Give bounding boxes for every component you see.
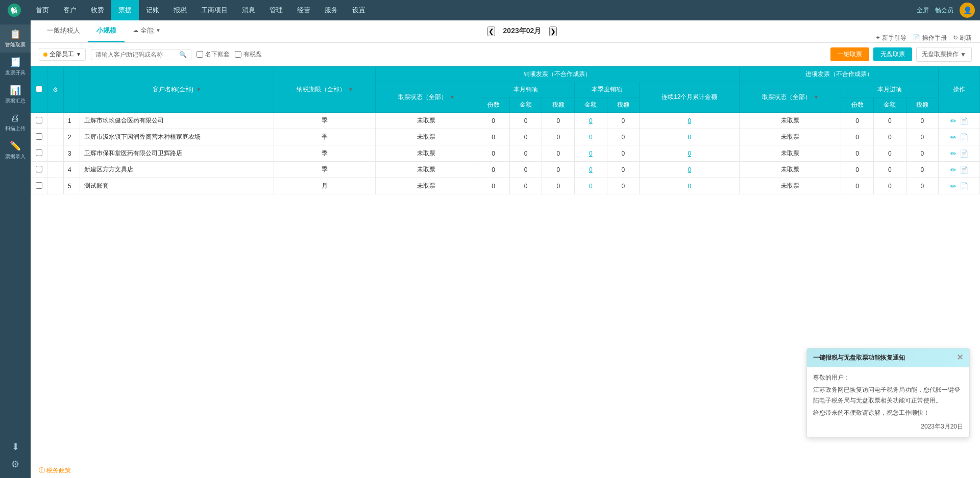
row-sales-status: 未取票 xyxy=(376,113,477,129)
edit-icon-2[interactable]: ✏ xyxy=(950,149,957,158)
row-actions-cell: ✏ 📄 xyxy=(939,113,980,129)
sidebar-item-invoice-entry[interactable]: ✏️ 票据录入 xyxy=(0,136,31,164)
tabs-right-actions: ✦ 新手引导 📄 操作手册 ↻ 刷新 xyxy=(875,34,972,42)
edit-icon-3[interactable]: ✏ xyxy=(950,166,957,174)
nav-bookkeeping[interactable]: 记账 xyxy=(139,0,166,20)
row-settings-cell xyxy=(47,145,64,162)
row-sales-status: 未取票 xyxy=(376,178,477,194)
nav-business[interactable]: 工商项目 xyxy=(194,0,235,20)
one-click-ticket-btn[interactable]: 一键取票 xyxy=(830,47,869,61)
svg-text:畅: 畅 xyxy=(11,7,17,14)
top-nav-right: 全屏 畅会员 👤 xyxy=(917,3,975,18)
name-account-checkbox-label[interactable]: 名下账套 xyxy=(197,50,230,59)
filter-icon-sales-status[interactable]: ▼ xyxy=(450,94,455,100)
row-sales-monthly-tax: 0 xyxy=(542,145,575,162)
row-income-monthly-count: 0 xyxy=(841,178,874,194)
nav-tax[interactable]: 报税 xyxy=(166,0,194,20)
row-actions-cell: ✏ 📄 xyxy=(939,178,980,194)
row-sales-monthly-tax: 0 xyxy=(542,178,575,194)
select-all-checkbox[interactable] xyxy=(36,86,42,92)
detail-icon-0[interactable]: 📄 xyxy=(960,117,968,125)
nav-operation[interactable]: 经营 xyxy=(290,0,317,20)
toolbar: 全部员工 ▼ 🔍 名下账套 有税盘 一键取票 无盘取票 无盘取票操作 ▼ xyxy=(31,43,980,66)
nav-manage[interactable]: 管理 xyxy=(262,0,290,20)
table-row: 1 卫辉市玖玖健合医药有限公司 季 未取票 0 0 0 0 0 0 未取票 0 … xyxy=(31,113,980,129)
row-income-monthly-tax: 0 xyxy=(906,162,939,178)
detail-icon-3[interactable]: 📄 xyxy=(960,166,968,174)
row-checkbox-2[interactable] xyxy=(36,149,42,156)
nav-settings[interactable]: 设置 xyxy=(345,0,373,20)
table-row: 5 测试账套 月 未取票 0 0 0 0 0 0 未取票 0 0 0 ✏ 📄 xyxy=(31,178,980,194)
chevron-down-icon: ▼ xyxy=(76,52,81,57)
nav-invoice[interactable]: 票据 xyxy=(111,0,139,20)
manual-btn[interactable]: 📄 操作手册 xyxy=(913,34,946,42)
row-sales-quarterly-amount: 0 xyxy=(575,129,607,145)
next-month-btn[interactable]: ❯ xyxy=(549,27,557,36)
member-btn[interactable]: 畅会员 xyxy=(935,6,953,15)
search-box: 🔍 xyxy=(91,49,191,60)
th-income-monthly: 本月进项 xyxy=(841,82,939,97)
tab-general-taxpayer[interactable]: 一般纳税人 xyxy=(39,20,88,42)
row-income-monthly-count: 0 xyxy=(841,162,874,178)
edit-icon-1[interactable]: ✏ xyxy=(950,133,957,141)
edit-icon-4[interactable]: ✏ xyxy=(950,182,957,190)
row-sales-quarterly-amount: 0 xyxy=(575,145,607,162)
invoice-entry-icon: ✏️ xyxy=(10,140,21,152)
refresh-btn[interactable]: ↻ 刷新 xyxy=(953,34,972,42)
sidebar-item-smart-ticket[interactable]: 📋 智能取票 xyxy=(0,24,31,53)
notification-text: 江苏政务网已恢复访问电子税务局功能，您代账一键登陆电子税务局与无盘取票相关功能可… xyxy=(813,385,963,406)
th-tax-period: 纳税期限（全部） ▼ xyxy=(274,67,376,113)
row-settings-cell xyxy=(47,162,64,178)
nav-service[interactable]: 服务 xyxy=(317,0,345,20)
no-disk-ops-btn[interactable]: 无盘取票操作 ▼ xyxy=(916,47,972,62)
new-guide-btn[interactable]: ✦ 新手引导 xyxy=(875,34,906,42)
row-checkbox-4[interactable] xyxy=(36,182,42,189)
row-checkbox-3[interactable] xyxy=(36,166,42,172)
filter-icon-tax-period[interactable]: ▼ xyxy=(348,87,353,92)
tab-omnipotent[interactable]: ☁ 全能 ▼ xyxy=(125,20,169,42)
nav-home[interactable]: 首页 xyxy=(29,0,56,20)
sidebar-item-invoice-issue[interactable]: 🧾 发票开具 xyxy=(0,53,31,81)
download-icon[interactable]: ⬇ xyxy=(12,441,19,452)
th-client: 客户名称(全部) ▼ xyxy=(80,67,274,113)
search-input[interactable] xyxy=(95,51,177,58)
row-num: 2 xyxy=(64,129,80,145)
filter-icon-client[interactable]: ▼ xyxy=(196,87,201,92)
row-sales-quarterly-tax: 0 xyxy=(607,113,640,129)
sidebar-item-label-scan: 扫描上传 xyxy=(5,125,26,132)
row-sales-monthly-amount: 0 xyxy=(509,129,542,145)
edit-icon-0[interactable]: ✏ xyxy=(950,117,957,125)
row-checkbox-1[interactable] xyxy=(36,133,42,140)
detail-icon-2[interactable]: 📄 xyxy=(960,149,968,158)
row-income-monthly-count: 0 xyxy=(841,113,874,129)
nav-message[interactable]: 消息 xyxy=(235,0,262,20)
user-avatar[interactable]: 👤 xyxy=(960,3,975,18)
has-tax-disk-checkbox[interactable] xyxy=(235,51,241,58)
no-disk-ticket-btn[interactable]: 无盘取票 xyxy=(873,47,912,61)
app-logo[interactable]: 畅 xyxy=(5,1,23,19)
fullscreen-btn[interactable]: 全屏 xyxy=(917,6,929,15)
filter-icon-income-status[interactable]: ▼ xyxy=(814,94,819,100)
notification-close-btn[interactable]: ✕ xyxy=(957,354,963,362)
notification-header: 一键报税与无盘取票功能恢复通知 ✕ xyxy=(807,348,969,367)
row-sales-status: 未取票 xyxy=(376,145,477,162)
tax-policy-link[interactable]: ⓘ 税务政策 xyxy=(39,467,71,474)
detail-icon-4[interactable]: 📄 xyxy=(960,182,968,190)
settings-gear-icon[interactable]: ⚙ xyxy=(53,86,58,93)
settings-icon[interactable]: ⚙ xyxy=(11,459,19,470)
sidebar-item-invoice-summary[interactable]: 📊 票据汇总 xyxy=(0,81,31,109)
sidebar-item-scan-upload[interactable]: 🖨 扫描上传 xyxy=(0,109,31,136)
tab-small-scale[interactable]: 小规模 xyxy=(88,20,125,42)
nav-client[interactable]: 客户 xyxy=(56,0,84,20)
search-icon[interactable]: 🔍 xyxy=(179,51,187,58)
has-tax-disk-checkbox-label[interactable]: 有税盘 xyxy=(235,50,262,59)
name-account-checkbox[interactable] xyxy=(197,51,203,58)
row-checkbox-0[interactable] xyxy=(36,117,42,123)
row-income-status: 未取票 xyxy=(740,113,841,129)
row-tax-period: 季 xyxy=(274,113,376,129)
prev-month-btn[interactable]: ❮ xyxy=(487,27,495,36)
nav-billing[interactable]: 收费 xyxy=(84,0,111,20)
tabs-row: 一般纳税人 小规模 ☁ 全能 ▼ ❮ 2023年02月 ❯ ✦ 新手引导 📄 操… xyxy=(31,20,980,43)
employee-filter[interactable]: 全部员工 ▼ xyxy=(39,48,86,61)
detail-icon-1[interactable]: 📄 xyxy=(960,133,968,141)
